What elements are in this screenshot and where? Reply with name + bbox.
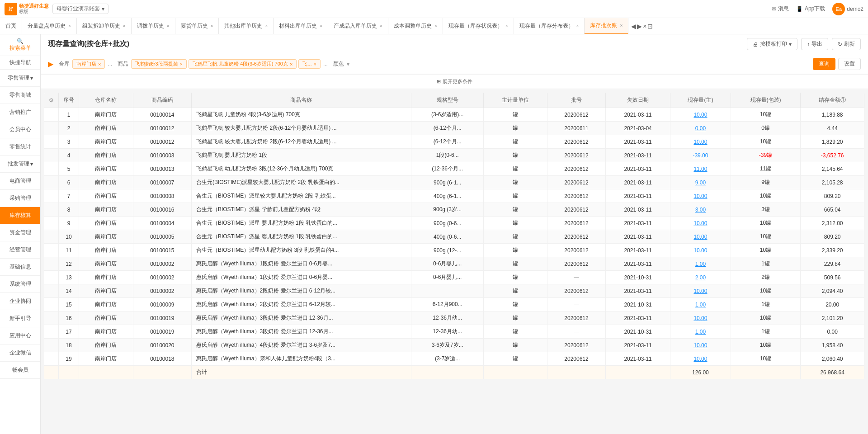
sidebar-item-system[interactable]: 系统管理	[0, 276, 40, 293]
tab-stock-status[interactable]: 现存量（库存状况表） ×	[443, 18, 514, 34]
tab-close-product-in[interactable]: ×	[380, 24, 382, 28]
sidebar-item-enterprise[interactable]: 企业协同	[0, 293, 40, 310]
warehouse-more[interactable]: ...	[108, 61, 112, 67]
cell-warehouse-15: 南岸门店	[79, 311, 133, 325]
sidebar-item-inventory[interactable]: 库存核算	[0, 207, 40, 224]
tab-cost-adjust[interactable]: 成本调整单历史 ×	[388, 18, 443, 34]
cell-spec-4: (12-36个月...	[411, 162, 484, 176]
account-selector[interactable]: 母婴行业演示账套 ▾	[52, 4, 108, 14]
logo-sub: 标版	[19, 9, 49, 14]
cell-warehouse-11: 南岸门店	[79, 257, 133, 271]
product-more[interactable]: ...	[323, 61, 328, 67]
warehouse-tag-0[interactable]: 南岸门店 ×	[72, 59, 105, 69]
cell-stock-main-8[interactable]: 10.00	[670, 217, 731, 230]
product-tag-1[interactable]: 飞鹤星飞帆 儿童奶粉 4段(3-6岁适用) 700克 ×	[189, 59, 297, 69]
product-tag-close-2[interactable]: ×	[314, 61, 316, 67]
sidebar-item-purchase[interactable]: 采购管理	[0, 190, 40, 207]
cell-stock-main-14[interactable]: 1.00	[670, 298, 731, 311]
cell-spec-13	[411, 284, 484, 298]
print-btn[interactable]: 🖨 按模板打印 ▾	[747, 38, 797, 50]
cell-stock-main-17[interactable]: 10.00	[670, 339, 731, 352]
product-tag-2[interactable]: 飞... ×	[298, 59, 321, 69]
user-area[interactable]: Ea demo2	[832, 3, 863, 15]
sidebar-item-apps[interactable]: 应用中心	[0, 327, 40, 344]
expand-more-btn[interactable]: ⊞ 展开更多条件	[42, 76, 866, 87]
export-btn[interactable]: ↑ 导出	[801, 38, 828, 50]
tab-close-stock-dist[interactable]: ×	[576, 24, 579, 28]
cell-stock-main-5[interactable]: 9.00	[670, 176, 731, 189]
cell-settings-15	[44, 311, 59, 325]
cell-stock-main-6[interactable]: 10.00	[670, 189, 731, 203]
sidebar-item-retail[interactable]: 零售管理 ▾	[0, 70, 40, 87]
tab-nav-next[interactable]: ▶	[637, 23, 642, 30]
tab-other-out[interactable]: 其他出库单历史 ×	[219, 18, 274, 34]
tab-batch-account[interactable]: 库存批次账 ×	[585, 18, 628, 34]
cell-stock-main-1[interactable]: 0.00	[670, 122, 731, 135]
sidebar-search[interactable]: 🔍 搜索菜单	[0, 34, 40, 56]
sidebar-item-wholesale[interactable]: 批发管理 ▾	[0, 156, 40, 173]
tab-close-disassemble[interactable]: ×	[123, 24, 126, 28]
settings-btn[interactable]: 设置	[838, 58, 861, 70]
cell-stock-main-3[interactable]: -39.00	[670, 149, 731, 162]
tab-adjust[interactable]: 调拨单历史 ×	[132, 18, 175, 34]
cell-stock-main-9[interactable]: 10.00	[670, 230, 731, 244]
tab-close-other-out[interactable]: ×	[265, 24, 268, 28]
expand-icon[interactable]: ▶	[48, 60, 53, 68]
col-header-settings[interactable]: ⚙	[44, 93, 59, 108]
logo-text: 畅捷通好生意	[19, 3, 49, 9]
sidebar-item-retail-stats[interactable]: 零售统计	[0, 138, 40, 156]
settings-icon[interactable]: ⚙	[49, 97, 54, 104]
tab-close-cost-adjust[interactable]: ×	[434, 24, 437, 28]
cell-stock-main-12[interactable]: 2.00	[670, 271, 731, 284]
refresh-btn[interactable]: ↻ 刷新	[832, 38, 861, 50]
tab-nav-prev[interactable]: ◀	[631, 23, 636, 30]
cell-stock-main-18[interactable]: 10.00	[670, 352, 731, 366]
sidebar-quick-nav[interactable]: 快捷导航	[0, 56, 40, 70]
tab-disassemble[interactable]: 组装拆卸单历史 ×	[77, 18, 132, 34]
sidebar-item-guide[interactable]: 新手引导	[0, 310, 40, 327]
cell-stock-main-4[interactable]: 11.00	[670, 162, 731, 176]
sidebar-item-ecommerce[interactable]: 电商管理	[0, 173, 40, 190]
table-row: 6 南岸门店 00100007 合生元(BIOSTIME)派星较大婴儿配方奶粉 …	[44, 176, 864, 189]
cell-stock-main-11[interactable]: 1.00	[670, 257, 731, 271]
sidebar-item-operations[interactable]: 经营管理	[0, 241, 40, 259]
tab-requisition[interactable]: 要货单历史 ×	[175, 18, 219, 34]
sidebar-item-retail-store[interactable]: 零售商城	[0, 87, 40, 104]
product-tag-close-0[interactable]: ×	[180, 61, 183, 67]
sidebar-item-marketing[interactable]: 营销推广	[0, 104, 40, 121]
cell-stock-main-2[interactable]: 10.00	[670, 135, 731, 149]
tab-close-batch-account[interactable]: ×	[620, 23, 623, 28]
tab-close-requisition[interactable]: ×	[211, 24, 213, 28]
tab-nav-menu[interactable]: ⊡	[647, 23, 653, 30]
cell-unit-15: 罐	[484, 311, 547, 325]
tab-stock-dist[interactable]: 现存量（库存分布表） ×	[514, 18, 585, 34]
tab-close-material-out[interactable]: ×	[320, 24, 322, 28]
sidebar-item-member[interactable]: 会员中心	[0, 121, 40, 138]
sidebar-item-basic[interactable]: 基础信息	[0, 259, 40, 276]
cell-stock-main-10[interactable]: 10.00	[670, 244, 731, 257]
tab-close-split-inventory[interactable]: ×	[68, 24, 71, 28]
cell-batch-6: 20200612	[547, 189, 605, 203]
cell-stock-main-13[interactable]: 10.00	[670, 284, 731, 298]
cell-stock-main-7[interactable]: 3.00	[670, 203, 731, 217]
expand-sidebar-btn[interactable]: ▶	[48, 60, 53, 68]
tab-product-in[interactable]: 产成品入库单历史 ×	[328, 18, 388, 34]
product-tag-close-1[interactable]: ×	[290, 61, 292, 67]
sidebar-item-corp-wechat[interactable]: 企业微信	[0, 344, 40, 362]
query-btn[interactable]: 查询	[813, 58, 835, 70]
tab-split-inventory[interactable]: 分量盘点单历史 ×	[22, 18, 77, 34]
cell-stock-main-16[interactable]: 1.00	[670, 325, 731, 339]
message-btn[interactable]: ✉ 消息	[772, 5, 789, 13]
sidebar-item-member-card[interactable]: 畅会员	[0, 362, 40, 379]
tab-close-adjust[interactable]: ×	[167, 24, 170, 28]
app-download-btn[interactable]: 📱 App下载	[796, 5, 825, 13]
tab-home[interactable]: 首页	[0, 18, 22, 34]
tab-close-stock-status[interactable]: ×	[505, 24, 508, 28]
cell-stock-main-0[interactable]: 10.00	[670, 108, 731, 122]
product-tag-0[interactable]: 飞鹤奶粉3段两提装 ×	[131, 59, 187, 69]
tab-material-out[interactable]: 材料出库单历史 ×	[274, 18, 328, 34]
warehouse-tag-close-0[interactable]: ×	[98, 61, 101, 67]
sidebar-item-finance[interactable]: 资金管理	[0, 224, 40, 241]
cell-stock-main-15[interactable]: 10.00	[670, 311, 731, 325]
tab-nav-close[interactable]: ×	[643, 23, 646, 30]
